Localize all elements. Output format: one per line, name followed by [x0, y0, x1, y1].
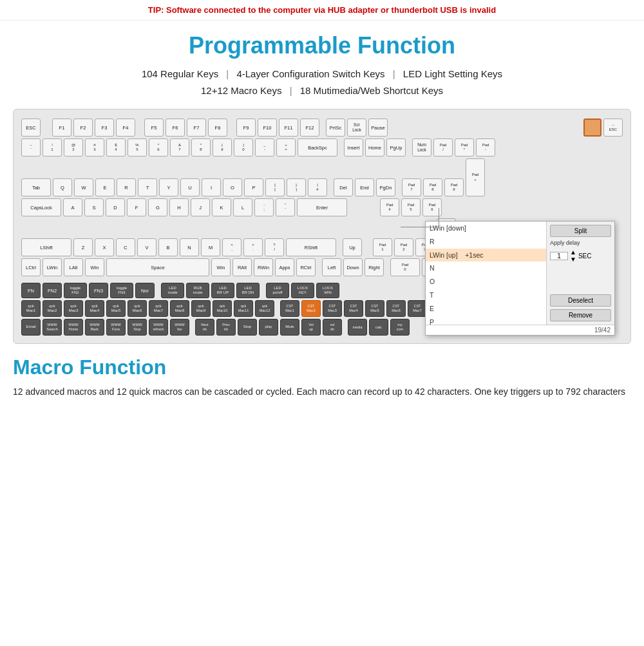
key-8[interactable]: *8 — [191, 138, 211, 157]
key-c[interactable]: C — [116, 238, 135, 256]
key-r[interactable]: R — [117, 178, 136, 196]
key-rshift[interactable]: RShift — [286, 238, 336, 256]
key-esc-right[interactable]: ~ESC — [603, 119, 623, 137]
key-pause[interactable]: Pause — [368, 119, 388, 137]
key-www-home[interactable]: WWWHome — [64, 319, 83, 336]
key-m[interactable]: M — [201, 238, 220, 256]
key-special-orange[interactable] — [583, 119, 601, 137]
key-x[interactable]: X — [95, 238, 114, 256]
key-rwin[interactable]: RWin — [254, 258, 273, 276]
key-5[interactable]: %5 — [128, 138, 147, 157]
key-up[interactable]: Up — [343, 238, 362, 256]
key-led-pn-off[interactable]: LEDpn/off — [266, 283, 289, 298]
key-pad4[interactable]: Pad4 — [380, 198, 399, 216]
delay-stepper[interactable]: ▲▼ — [570, 249, 576, 263]
key-l[interactable]: L — [233, 198, 252, 216]
key-www-fav[interactable]: WWWfav — [170, 319, 189, 336]
key-f8[interactable]: F8 — [208, 119, 227, 137]
key-f1[interactable]: F1 — [52, 119, 71, 137]
key-fn[interactable]: FN — [21, 283, 41, 298]
key-6[interactable]: ^6 — [149, 138, 168, 157]
remove-button[interactable]: Remove — [550, 309, 611, 321]
key-i[interactable]: I — [202, 178, 221, 196]
key-enter[interactable]: Enter — [297, 198, 347, 216]
key-tilde[interactable]: ~` — [21, 138, 41, 157]
key-backslash[interactable]: |# — [308, 178, 327, 196]
key-q[interactable]: Q — [53, 178, 72, 196]
key-led-mode[interactable]: LEDmode — [161, 283, 184, 298]
key-apps[interactable]: Apps — [275, 258, 294, 276]
key-numlock[interactable]: NumLock — [412, 138, 431, 157]
key-s[interactable]: S — [84, 198, 104, 216]
key-esc[interactable]: ESC — [21, 119, 41, 137]
key-left[interactable]: Left — [322, 258, 341, 276]
key-media[interactable]: media — [348, 319, 367, 336]
key-next-trk[interactable]: Nexttrk — [195, 319, 214, 336]
key-b[interactable]: B — [158, 238, 178, 256]
key-win[interactable]: Win — [85, 258, 104, 276]
key-lwin[interactable]: LWin — [43, 258, 62, 276]
key-qck-mac2[interactable]: qckMac2 — [43, 300, 62, 317]
key-mute[interactable]: Mute — [280, 319, 299, 336]
key-email[interactable]: Email — [21, 319, 41, 336]
key-delete[interactable]: Del — [334, 178, 353, 196]
key-4[interactable]: $4 — [106, 138, 126, 157]
key-pgdn[interactable]: PgDn — [376, 178, 395, 196]
key-w[interactable]: W — [74, 178, 93, 196]
key-led-br-up[interactable]: LEDBR UP — [211, 283, 234, 298]
key-7[interactable]: &7 — [170, 138, 189, 157]
key-3[interactable]: #3 — [85, 138, 104, 157]
key-qck-mac10[interactable]: qckMac10 — [213, 300, 232, 317]
deselect-button[interactable]: Deselect — [550, 294, 611, 307]
key-cst-mac6[interactable]: CSTMac6 — [386, 300, 406, 317]
key-qck-mac8[interactable]: qckMac8 — [170, 300, 189, 317]
popup-item-lwin-up[interactable]: LWin [up] +1sec — [426, 249, 546, 262]
key-rctrl[interactable]: RCtrl — [296, 258, 316, 276]
key-p[interactable]: P — [244, 178, 263, 196]
key-f10[interactable]: F10 — [258, 119, 277, 137]
key-f5[interactable]: F5 — [144, 119, 164, 137]
key-e[interactable]: E — [95, 178, 115, 196]
key-toggle-fn3[interactable]: toggleFN3 — [110, 283, 133, 298]
key-prev-trk[interactable]: Prevtrk — [216, 319, 236, 336]
key-rbracket[interactable]: }] — [287, 178, 306, 196]
key-semicolon[interactable]: :; — [254, 198, 274, 216]
key-lbracket[interactable]: {[ — [265, 178, 285, 196]
key-z[interactable]: Z — [73, 238, 93, 256]
key-space[interactable]: Space — [106, 258, 209, 276]
key-pad0[interactable]: Pad0 — [390, 258, 420, 276]
key-2[interactable]: @2 — [64, 138, 83, 157]
key-play[interactable]: play — [259, 319, 278, 336]
key-qck-mac9[interactable]: qckMac9 — [191, 300, 211, 317]
popup-item-p[interactable]: P — [426, 316, 546, 325]
key-win2[interactable]: Win — [211, 258, 231, 276]
key-qck-mac12[interactable]: qckMac12 — [255, 300, 274, 317]
key-j[interactable]: J — [191, 198, 210, 216]
key-backspace[interactable]: BackSpc — [298, 138, 337, 157]
key-led-br-dn[interactable]: LEDBR DN — [236, 283, 260, 298]
key-lock-key[interactable]: LOCKKEY — [291, 283, 314, 298]
key-lalt[interactable]: LAlt — [64, 258, 83, 276]
key-insert[interactable]: Insert — [344, 138, 363, 157]
key-f[interactable]: F — [127, 198, 146, 216]
key-my-com[interactable]: mycom — [390, 319, 410, 336]
key-pad-slash[interactable]: Pad/ — [433, 138, 453, 157]
key-toggle-fn2[interactable]: toggleFN2 — [64, 283, 87, 298]
key-tab[interactable]: Tab — [21, 178, 51, 196]
key-f12[interactable]: F12 — [300, 119, 319, 137]
key-comma[interactable]: <, — [222, 238, 242, 256]
key-cst-mac1[interactable]: CSTMac1 — [280, 300, 299, 317]
key-lshift[interactable]: LShift — [21, 238, 71, 256]
key-o[interactable]: O — [223, 178, 242, 196]
key-home[interactable]: Home — [365, 138, 384, 157]
popup-item-t[interactable]: T — [426, 289, 546, 302]
popup-item-r[interactable]: R — [426, 235, 546, 249]
key-www-search[interactable]: WWWSearch — [43, 319, 62, 336]
key-pad7[interactable]: Pad7 — [402, 178, 421, 196]
key-v[interactable]: V — [137, 238, 156, 256]
key-pad9[interactable]: Pad9 — [444, 178, 464, 196]
key-f11[interactable]: F11 — [279, 119, 298, 137]
key-minus[interactable]: _- — [255, 138, 274, 157]
key-www-stop[interactable]: WWWStop — [128, 319, 147, 336]
key-cst-mac5[interactable]: CSTMac5 — [365, 300, 384, 317]
